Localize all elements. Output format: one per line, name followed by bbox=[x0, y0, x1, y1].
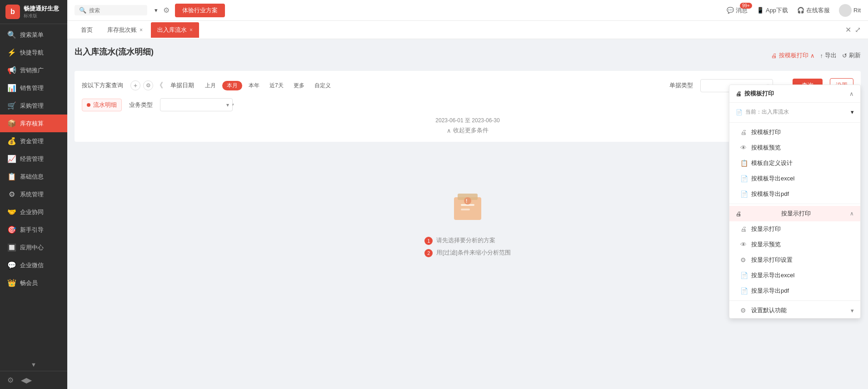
dropdown-item-template-pdf[interactable]: 📄 按模板导出pdf bbox=[729, 186, 860, 202]
sidebar-scroll-down[interactable]: ▼ bbox=[0, 359, 67, 371]
trial-btn[interactable]: 体验行业方案 bbox=[175, 4, 225, 17]
filter-setting-btn[interactable]: ⚙ bbox=[143, 80, 153, 90]
business-type-select[interactable] bbox=[160, 98, 233, 111]
dropdown-item-display-preview[interactable]: 👁 按显示预览 bbox=[729, 237, 860, 252]
tab-close-window-icon[interactable]: ✕ bbox=[845, 25, 851, 34]
dropdown-item-display-settings[interactable]: ⚙ 按显示打印设置 bbox=[729, 252, 860, 268]
dropdown-item-display-excel[interactable]: 📄 按显示导出excel bbox=[729, 268, 860, 283]
print-icon: 🖨 bbox=[740, 129, 748, 136]
dropdown-display-section-header[interactable]: 🖨 按显示打印 ∧ bbox=[729, 206, 860, 221]
basic-info-icon: 📋 bbox=[7, 172, 16, 181]
dropdown-item-template-design[interactable]: 📋 模板自定义设计 bbox=[729, 155, 860, 171]
step-1-num: 1 bbox=[424, 237, 433, 245]
tab-current-close[interactable]: × bbox=[190, 27, 193, 33]
sidebar-bottom: ⚙ ◀▶ bbox=[0, 371, 67, 389]
topbar-search-area: 🔍 bbox=[75, 5, 147, 15]
date-btn-last-month[interactable]: 上月 bbox=[201, 81, 219, 90]
arrow-up-icon: ∧ bbox=[810, 52, 815, 59]
sidebar-item-basic-info[interactable]: 📋 基础信息 bbox=[0, 168, 67, 185]
sidebar-item-label: 系统管理 bbox=[20, 190, 44, 199]
filter-collapse-btn[interactable]: 《 bbox=[156, 81, 163, 90]
step-2-text: 用[过滤]条件来缩小分析范围 bbox=[436, 249, 510, 257]
filter-action-btns: + ⚙ 《 bbox=[130, 80, 163, 90]
sidebar-item-quicknav[interactable]: ⚡ 快捷导航 bbox=[0, 44, 67, 61]
sidebar-item-search[interactable]: 🔍 搜索菜单 bbox=[0, 26, 67, 44]
main-area: 🔍 ▾ ⚙ 体验行业方案 💬 消息 99+ 📱 App下载 🎧 在线客服 bbox=[67, 0, 868, 389]
display-preview-icon: 👁 bbox=[740, 241, 748, 248]
dropdown-collapse-icon[interactable]: ∧ bbox=[849, 90, 854, 97]
sidebar-item-label: 基础信息 bbox=[20, 173, 44, 181]
search-input[interactable] bbox=[89, 7, 135, 14]
date-btn-this-month[interactable]: 本月 bbox=[222, 81, 242, 90]
settings-icon[interactable]: ⚙ bbox=[7, 376, 14, 384]
step-2-num: 2 bbox=[424, 249, 433, 257]
empty-steps: 1 请先选择要分析的方案 2 用[过滤]条件来缩小分析范围 bbox=[424, 236, 510, 261]
date-btn-more[interactable]: 更多 bbox=[290, 81, 308, 90]
tab-current[interactable]: 出入库流水 × bbox=[151, 22, 199, 38]
message-badge: 99+ bbox=[740, 3, 752, 9]
refresh-icon: ↺ bbox=[842, 52, 847, 59]
sidebar-item-marketing[interactable]: 📢 营销推广 bbox=[0, 61, 67, 79]
refresh-label: 刷新 bbox=[849, 51, 861, 60]
export-label: 导出 bbox=[825, 51, 837, 60]
dropdown-title: 🖨 按模板打印 bbox=[736, 90, 774, 98]
chevron-down-icon: ▾ bbox=[155, 7, 158, 14]
business-type-selector[interactable] bbox=[160, 98, 233, 111]
dropdown-panel: 🖨 按模板打印 ∧ 📄 当前：出入库流水 ▾ 🖨 按模板打印 bbox=[729, 85, 861, 319]
sidebar-item-weixin[interactable]: 💬 企业微信 bbox=[0, 256, 67, 274]
chevron-up-icon: ∧ bbox=[447, 127, 451, 134]
dropdown-item-template-excel[interactable]: 📄 按模板导出excel bbox=[729, 171, 860, 186]
sidebar-item-operations[interactable]: 📈 经营管理 bbox=[0, 150, 67, 168]
step-1-text: 请先选择要分析的方案 bbox=[436, 236, 495, 244]
tab-inventory-batch-close[interactable]: × bbox=[140, 27, 143, 33]
sidebar-item-member[interactable]: 👑 畅会员 bbox=[0, 274, 67, 292]
app-download-btn[interactable]: 📱 App下载 bbox=[757, 6, 788, 15]
date-btn-7days[interactable]: 近7天 bbox=[266, 81, 287, 90]
dropdown-current-arrow[interactable]: ▾ bbox=[851, 109, 854, 115]
dropdown-item-template-preview[interactable]: 👁 按模板预览 bbox=[729, 140, 860, 155]
dropdown-item-display-print[interactable]: 🖨 按显示打印 bbox=[729, 221, 860, 237]
empty-step-1: 1 请先选择要分析的方案 bbox=[424, 236, 510, 245]
dropdown-item-default-settings[interactable]: ⚙ 设置默认功能 ▾ bbox=[729, 303, 860, 318]
sidebar-item-enterprise[interactable]: 🤝 企业协同 bbox=[0, 203, 67, 221]
print-action[interactable]: 🖨 按模板打印 ∧ bbox=[771, 51, 815, 60]
sidebar-item-label: 库存核算 bbox=[20, 120, 44, 128]
sidebar-item-inventory[interactable]: 📦 库存核算 bbox=[0, 115, 67, 132]
dropdown-item-display-pdf[interactable]: 📄 按显示导出pdf bbox=[729, 283, 860, 299]
business-type-label: 业务类型 bbox=[129, 101, 153, 109]
gear-icon[interactable]: ⚙ bbox=[163, 6, 170, 15]
inventory-icon: 📦 bbox=[7, 119, 16, 128]
sidebar-item-guide[interactable]: 🎯 新手引导 bbox=[0, 221, 67, 239]
date-btn-custom[interactable]: 自定义 bbox=[311, 81, 334, 90]
date-selector: 上月 本月 本年 近7天 更多 自定义 bbox=[201, 81, 334, 90]
tab-expand-icon[interactable]: ⤢ bbox=[855, 25, 861, 34]
tag-filter[interactable]: 流水明细 bbox=[82, 99, 122, 111]
preview-icon: 👁 bbox=[740, 144, 748, 151]
message-btn[interactable]: 💬 消息 99+ bbox=[727, 6, 748, 15]
sidebar: b 畅捷通好生意 标准版 🔍 搜索菜单 ⚡ 快捷导航 📢 营销推广 📊 销售管理… bbox=[0, 0, 67, 389]
sidebar-item-system[interactable]: ⚙ 系统管理 bbox=[0, 185, 67, 203]
sidebar-item-label: 经营管理 bbox=[20, 155, 44, 163]
svg-rect-3 bbox=[461, 209, 470, 210]
dropdown-item-template-print[interactable]: 🖨 按模板打印 bbox=[729, 125, 860, 140]
sidebar-item-finance[interactable]: 💰 资金管理 bbox=[0, 132, 67, 150]
topbar-dropdown[interactable]: ▾ bbox=[153, 7, 158, 14]
quicknav-icon: ⚡ bbox=[7, 48, 16, 57]
topbar-right: 💬 消息 99+ 📱 App下载 🎧 在线客服 Rit bbox=[727, 4, 861, 17]
enterprise-icon: 🤝 bbox=[7, 208, 16, 216]
export-action[interactable]: ↑ 导出 bbox=[820, 51, 837, 60]
sidebar-item-sales[interactable]: 📊 销售管理 bbox=[0, 79, 67, 97]
filter-add-btn[interactable]: + bbox=[130, 80, 140, 90]
toggle-sidebar-icon[interactable]: ◀▶ bbox=[21, 376, 32, 384]
tab-home[interactable]: 首页 bbox=[75, 22, 99, 38]
date-btn-this-year[interactable]: 本年 bbox=[245, 81, 263, 90]
user-avatar-area[interactable]: Rit bbox=[839, 4, 861, 17]
tab-inventory-batch[interactable]: 库存批次账 × bbox=[101, 22, 149, 38]
sidebar-item-appcenter[interactable]: 🔲 应用中心 bbox=[0, 239, 67, 256]
printer-icon: 🖨 bbox=[771, 52, 777, 59]
online-service-btn[interactable]: 🎧 在线客服 bbox=[797, 6, 830, 15]
refresh-action[interactable]: ↺ 刷新 bbox=[842, 51, 861, 60]
sidebar-item-label: 畅会员 bbox=[20, 279, 38, 287]
pdf-icon-2: 📄 bbox=[740, 287, 748, 294]
sidebar-item-purchase[interactable]: 🛒 采购管理 bbox=[0, 97, 67, 115]
